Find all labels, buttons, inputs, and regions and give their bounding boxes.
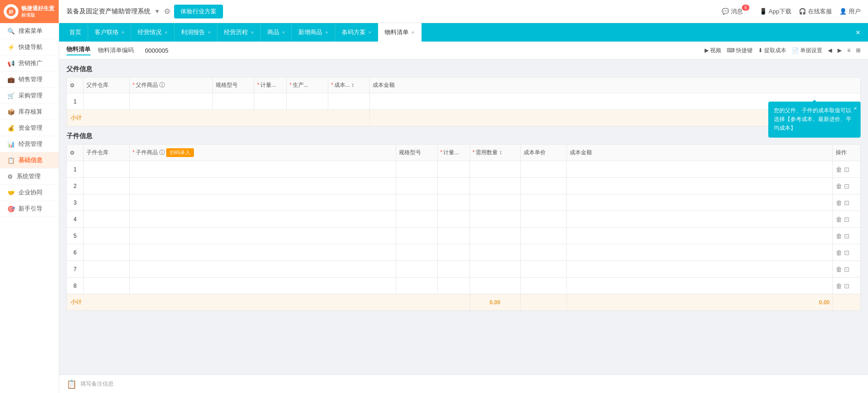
tooltip-close-btn[interactable]: × <box>854 104 857 113</box>
delete-icon-6[interactable]: 🗑 <box>836 249 842 256</box>
child-spec-5[interactable] <box>396 228 437 244</box>
copy-icon-8[interactable]: ⊡ <box>844 282 850 290</box>
tab-close-barcode[interactable]: × <box>368 30 371 35</box>
child-qty-8[interactable] <box>470 278 520 294</box>
menu-btn[interactable]: ≡ <box>847 47 850 54</box>
sidebar-item-enterprise[interactable]: 🤝 企业协同 <box>0 185 59 201</box>
child-qty-1[interactable] <box>470 161 520 178</box>
scan-input-btn[interactable]: 扫码录入 <box>166 148 194 157</box>
tab-goods[interactable]: 商品 × <box>261 23 292 42</box>
child-qty-4[interactable] <box>470 211 520 228</box>
delete-icon-7[interactable]: 🗑 <box>836 266 842 273</box>
shortcut-action[interactable]: ⌨ 快捷键 <box>727 47 753 54</box>
parent-warehouse-1[interactable] <box>84 93 130 110</box>
system-dropdown-icon[interactable]: ▼ <box>154 8 160 15</box>
child-product-7[interactable] <box>130 261 396 278</box>
single-settings-action[interactable]: 📄 单据设置 <box>792 47 822 54</box>
child-product-2[interactable] <box>130 178 396 194</box>
child-unit-8[interactable] <box>437 278 470 294</box>
parent-unit-1[interactable] <box>254 93 287 110</box>
child-warehouse-7[interactable] <box>84 261 130 278</box>
child-spec-7[interactable] <box>396 261 437 278</box>
tab-close-history[interactable]: × <box>251 30 253 35</box>
extract-cost-action[interactable]: ⬇ 提取成本 <box>758 47 786 54</box>
tab-customer[interactable]: 客户联络 × <box>88 23 131 42</box>
parent-cost-1[interactable] <box>328 93 370 110</box>
tab-barcode[interactable]: 条码方案 × <box>335 23 378 42</box>
child-unit-cost-6[interactable] <box>520 244 567 261</box>
tab-operation-status[interactable]: 经营情况 × <box>131 23 174 42</box>
child-qty-7[interactable] <box>470 261 520 278</box>
child-product-6[interactable] <box>130 244 396 261</box>
child-qty-2[interactable] <box>470 178 520 194</box>
online-service-item[interactable]: 🎧 在线客服 <box>799 7 832 16</box>
settings-icon[interactable]: ⚙ <box>164 7 170 16</box>
child-unit-5[interactable] <box>437 228 470 244</box>
copy-icon-4[interactable]: ⊡ <box>844 216 850 223</box>
child-spec-4[interactable] <box>396 211 437 228</box>
child-unit-cost-2[interactable] <box>520 178 567 194</box>
tab-close-goods[interactable]: × <box>282 30 285 35</box>
sidebar-item-system[interactable]: ⚙ 系统管理 <box>0 169 59 185</box>
delete-icon-2[interactable]: 🗑 <box>836 182 842 190</box>
sidebar-item-sales[interactable]: 💼 销售管理 <box>0 72 59 88</box>
tab-close-profit[interactable]: × <box>208 30 211 35</box>
user-item[interactable]: 👤 用户 <box>839 7 861 16</box>
child-warehouse-1[interactable] <box>84 161 130 178</box>
copy-icon-3[interactable]: ⊡ <box>844 199 850 206</box>
delete-icon-5[interactable]: 🗑 <box>836 232 842 240</box>
tab-close-ops[interactable]: × <box>164 30 167 35</box>
tab-close-bom[interactable]: × <box>411 30 414 35</box>
child-unit-4[interactable] <box>437 211 470 228</box>
child-spec-2[interactable] <box>396 178 437 194</box>
child-unit-6[interactable] <box>437 244 470 261</box>
child-unit-3[interactable] <box>437 194 470 211</box>
child-warehouse-8[interactable] <box>84 278 130 294</box>
child-warehouse-6[interactable] <box>84 244 130 261</box>
tab-close-customer[interactable]: × <box>121 30 124 35</box>
tab-home[interactable]: 首页 <box>63 23 88 42</box>
delete-icon-1[interactable]: 🗑 <box>836 166 842 173</box>
child-qty-6[interactable] <box>470 244 520 261</box>
child-qty-5[interactable] <box>470 228 520 244</box>
child-warehouse-5[interactable] <box>84 228 130 244</box>
parent-produce-1[interactable] <box>287 93 328 110</box>
child-unit-cost-3[interactable] <box>520 194 567 211</box>
copy-icon-2[interactable]: ⊡ <box>844 182 850 190</box>
copy-icon-5[interactable]: ⊡ <box>844 232 850 240</box>
child-spec-3[interactable] <box>396 194 437 211</box>
tab-new-goods[interactable]: 新增商品 × <box>292 23 335 42</box>
sidebar-item-quicknav[interactable]: ⚡ 快捷导航 <box>0 39 59 55</box>
sidebar-item-inventory[interactable]: 📦 库存核算 <box>0 104 59 120</box>
delete-icon-3[interactable]: 🗑 <box>836 199 842 206</box>
delete-icon-4[interactable]: 🗑 <box>836 216 842 223</box>
tab-profit[interactable]: 利润报告 × <box>175 23 217 42</box>
copy-icon-7[interactable]: ⊡ <box>844 266 850 273</box>
child-unit-2[interactable] <box>437 178 470 194</box>
sidebar-item-marketing[interactable]: 📢 营销推广 <box>0 55 59 72</box>
child-unit-1[interactable] <box>437 161 470 178</box>
close-tab-btn[interactable]: ✕ <box>852 29 864 36</box>
child-spec-8[interactable] <box>396 278 437 294</box>
sidebar-item-finance[interactable]: 💰 资金管理 <box>0 120 59 136</box>
view-action[interactable]: ▶ 视频 <box>705 47 721 54</box>
nav-prev-btn[interactable]: ◀ <box>828 47 832 54</box>
copy-icon-1[interactable]: ⊡ <box>844 166 850 173</box>
child-unit-7[interactable] <box>437 261 470 278</box>
breadcrumb-bom[interactable]: 物料清单 <box>66 45 90 55</box>
child-warehouse-4[interactable] <box>84 211 130 228</box>
expand-btn[interactable]: ⊞ <box>856 47 861 54</box>
child-unit-cost-4[interactable] <box>520 211 567 228</box>
child-product-5[interactable] <box>130 228 396 244</box>
child-unit-cost-5[interactable] <box>520 228 567 244</box>
parent-product-1[interactable] <box>130 93 213 110</box>
child-qty-3[interactable] <box>470 194 520 211</box>
child-spec-6[interactable] <box>396 244 437 261</box>
child-unit-cost-1[interactable] <box>520 161 567 178</box>
child-unit-cost-8[interactable] <box>520 278 567 294</box>
sidebar-item-operation[interactable]: 📊 经营管理 <box>0 136 59 152</box>
child-product-4[interactable] <box>130 211 396 228</box>
sidebar-item-search[interactable]: 🔍 搜索菜单 <box>0 23 59 39</box>
app-download-item[interactable]: 📱 App下载 <box>760 7 791 16</box>
parent-spec-1[interactable] <box>213 93 254 110</box>
